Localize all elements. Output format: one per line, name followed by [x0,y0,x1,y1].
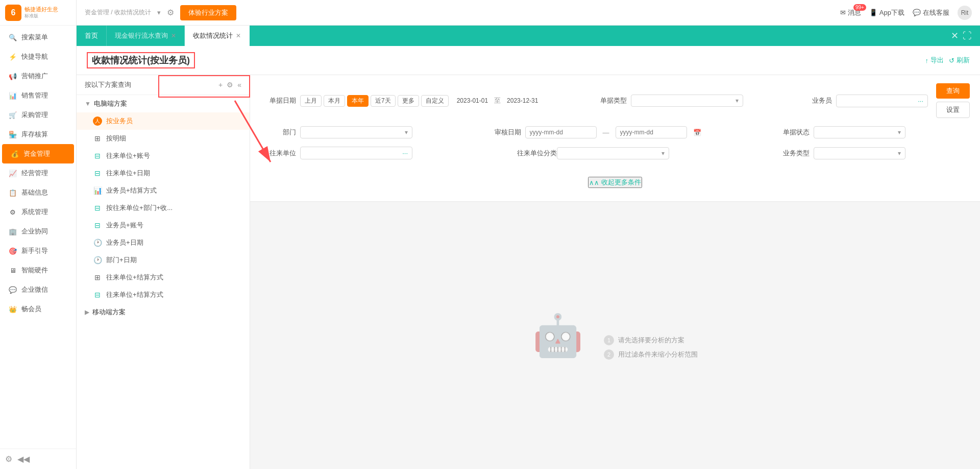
dept-select[interactable]: ▾ [300,126,412,138]
date-btn-custom[interactable]: 自定义 [421,95,449,107]
scheme-item-salesperson-account[interactable]: ⊟ 业务员+账号 [77,217,250,234]
scheme-item-dept-date[interactable]: 🕐 部门+日期 [77,251,250,269]
salesperson-more[interactable]: ··· [918,97,923,105]
counterpart-more[interactable]: ··· [402,149,408,157]
scheme-group-desktop: ▼ 电脑端方案 人 按业务员 ⊞ 按明细 ⊟ [77,95,250,303]
settings-button[interactable]: 设置 [936,102,970,118]
scheme-item-counterpart-date[interactable]: ⊟ 往来单位+日期 [77,165,250,182]
date-btn-this-month[interactable]: 本月 [324,95,345,107]
sidebar-item-marketing[interactable]: 📢 营销推广 [0,66,76,86]
filter-date-item: 单据日期 上月 本月 本年 近7天 更多 自定义 2023-01-01 [260,95,538,107]
sidebar-item-enterprise[interactable]: 🏢 企业协同 [0,222,76,241]
scheme-group-mobile: ▶ 移动端方案 [77,303,250,321]
scheme-item-label: 按业务员 [106,116,133,126]
doc-status-select[interactable]: ▾ [814,126,905,138]
tab-collection-stats-close[interactable]: ✕ [236,32,241,39]
finance-icon: 💰 [10,149,19,158]
counterpart-settlement1-icon: ⊞ [93,273,102,282]
app-download-button[interactable]: 📱 App下载 [869,8,904,17]
business-type-select[interactable]: ▾ [814,147,905,159]
sidebar-item-beginner[interactable]: 🎯 新手引导 [0,241,76,261]
date-btn-this-year[interactable]: 本年 [347,95,369,107]
query-button[interactable]: 查询 [936,83,970,99]
header-dropdown-icon[interactable]: ▾ [157,9,161,16]
doc-type-select[interactable]: ▾ [631,95,743,107]
scheme-item-by-salesperson[interactable]: 人 按业务员 [77,112,250,130]
sidebar-item-system[interactable]: ⚙ 系统管理 [0,202,76,222]
empty-step-1: 1 请先选择要分析的方案 [604,335,698,345]
sidebar-item-inventory[interactable]: 🏪 库存核算 [0,125,76,144]
collapse-button[interactable]: ∧∧ 收起更多条件 [588,177,642,188]
hardware-icon: 🖥 [8,266,17,275]
scheme-item-salesperson-settlement[interactable]: 📊 业务员+结算方式 [77,182,250,199]
scheme-group-mobile-header[interactable]: ▶ 移动端方案 [77,303,250,321]
scheme-add-icon[interactable]: + [218,81,223,89]
tab-bar: 首页 现金银行流水查询 ✕ 收款情况统计 ✕ ✕ ⛶ [77,26,980,46]
sidebar-item-member[interactable]: 👑 畅会员 [0,299,76,319]
sidebar-item-search-menu[interactable]: 🔍 搜索菜单 [0,28,76,47]
export-button[interactable]: ↑ 导出 [925,56,944,65]
sidebar-item-label: 资金管理 [23,149,50,158]
collapse-sidebar-icon[interactable]: ◀◀ [17,454,30,464]
trial-button[interactable]: 体验行业方案 [180,5,236,20]
member-icon: 👑 [8,304,17,314]
sidebar-item-basic[interactable]: 📋 基础信息 [0,183,76,202]
header-gear-icon[interactable]: ⚙ [167,8,174,17]
scheme-group-desktop-header[interactable]: ▼ 电脑端方案 [77,95,250,112]
scheme-item-counterpart-dept[interactable]: ⊟ 按往来单位+部门+收... [77,199,250,217]
tab-collection-stats-label: 收款情况统计 [193,31,233,40]
counterpart-category-select[interactable]: ▾ [557,147,669,159]
sidebar-item-wechat[interactable]: 💬 企业微信 [0,280,76,299]
app-download-label: App下载 [879,8,904,17]
tab-collection-stats[interactable]: 收款情况统计 ✕ [185,26,250,46]
settings-footer-icon[interactable]: ⚙ [5,454,12,464]
tab-bank-flow[interactable]: 现金银行流水查询 ✕ [107,26,185,46]
message-icon: ✉ [840,9,846,16]
user-avatar[interactable]: Rit [958,6,972,20]
scheme-item-counterpart-settlement1[interactable]: ⊞ 往来单位+结算方式 [77,269,250,286]
empty-illustration: 🤖 1 请先选择要分析的方案 2 用过滤条件来缩小分析范围 [532,312,698,360]
tab-maximize-button[interactable]: ⛶ [963,31,972,41]
filter-counterpart-category-item: 往来单位分类 ▾ [517,147,669,159]
message-badge: 99+ [853,4,866,11]
scheme-item-by-detail[interactable]: ⊞ 按明细 [77,130,250,147]
date-btn-more[interactable]: 更多 [398,95,419,107]
scheme-settings-icon[interactable]: ⚙ [227,81,233,89]
scheme-item-counterpart-settlement2[interactable]: ⊟ 往来单位+结算方式 [77,286,250,303]
review-date-to-input[interactable] [616,126,687,138]
scheme-collapse-icon[interactable]: « [237,81,241,89]
sidebar-item-label: 快捷导航 [21,52,48,61]
review-date-calendar-icon[interactable]: 📅 [693,129,701,136]
salesperson-select[interactable]: ··· [836,95,928,107]
date-btn-last-month[interactable]: 上月 [300,95,322,107]
basic-icon: 📋 [8,188,17,197]
scheme-item-salesperson-date[interactable]: 🕐 业务员+日期 [77,234,250,251]
sidebar-item-business[interactable]: 📈 经营管理 [0,163,76,183]
refresh-button[interactable]: ↺ 刷新 [949,56,970,65]
sidebar-item-sales[interactable]: 📊 销售管理 [0,86,76,105]
counterpart-select[interactable]: ··· [300,147,412,159]
filter-business-type-item: 业务类型 ▾ [774,147,905,159]
sidebar-item-quick-nav[interactable]: ⚡ 快捷导航 [0,47,76,66]
user-name: Rit [961,9,969,16]
sidebar-item-finance[interactable]: 💰 资金管理 [2,144,74,163]
header-breadcrumb: 资金管理 / 收款情况统计 [85,8,151,17]
counterpart-dept-icon: ⊟ [93,203,102,213]
tab-home[interactable]: 首页 [77,26,107,46]
logo-badge: 标准版 [24,13,58,19]
header-actions: ✉ 消息 99+ 📱 App下载 💬 在线客服 Rit [840,6,972,20]
sidebar-item-purchase[interactable]: 🛒 采购管理 [0,105,76,125]
tab-close-all-button[interactable]: ✕ [951,30,959,41]
date-btn-last-7days[interactable]: 近7天 [371,95,396,107]
date-range-from: 2023-01-01 [457,97,488,104]
counterpart-label: 往来单位 [260,149,296,158]
messages-button[interactable]: ✉ 消息 99+ [840,8,861,17]
scheme-item-counterpart-account[interactable]: ⊟ 往来单位+账号 [77,147,250,165]
salesperson-date-icon: 🕐 [93,238,102,247]
logo-text: 畅捷通好生意 [24,6,58,13]
sidebar-item-hardware[interactable]: 🖥 智能硬件 [0,261,76,280]
tab-bank-flow-close[interactable]: ✕ [171,32,176,39]
scheme-item-label: 业务员+结算方式 [106,186,157,195]
online-service-button[interactable]: 💬 在线客服 [913,8,949,17]
review-date-from-input[interactable] [525,126,597,138]
